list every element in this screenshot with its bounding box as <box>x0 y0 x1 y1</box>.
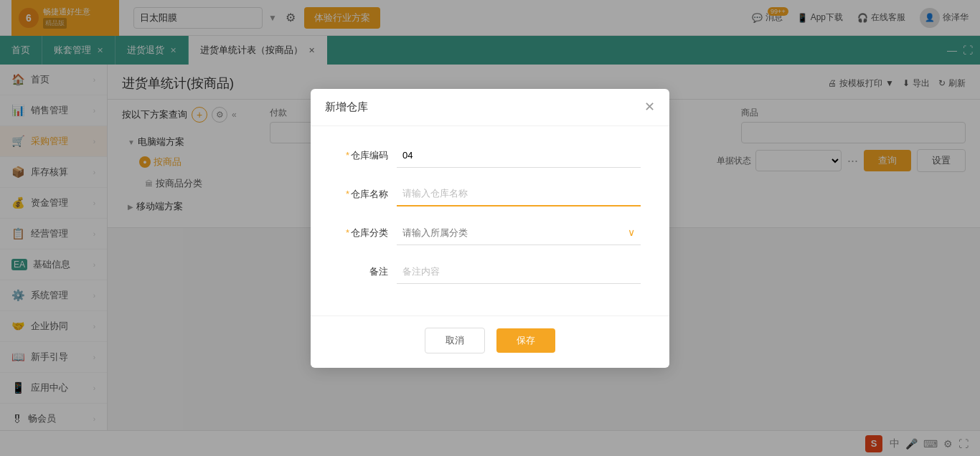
warehouse-note-label: 备注 <box>339 265 397 278</box>
new-warehouse-dialog: 新增仓库 ✕ *仓库编码 *仓库名称 *仓库分类 <box>311 89 669 368</box>
warehouse-category-select-wrap: ∨ <box>397 221 641 245</box>
dialog-footer: 取消 保存 <box>311 315 669 368</box>
warehouse-category-label: *仓库分类 <box>339 227 397 239</box>
save-button[interactable]: 保存 <box>496 328 555 353</box>
warehouse-category-input[interactable] <box>397 220 641 244</box>
required-star-code: * <box>346 150 349 161</box>
dialog-overlay[interactable]: 新增仓库 ✕ *仓库编码 *仓库名称 *仓库分类 <box>0 0 980 456</box>
warehouse-category-row: *仓库分类 ∨ <box>339 221 641 245</box>
dialog-title: 新增仓库 <box>325 100 368 114</box>
warehouse-code-input[interactable] <box>397 143 641 168</box>
warehouse-name-label: *仓库名称 <box>339 188 397 201</box>
cancel-button[interactable]: 取消 <box>425 328 485 353</box>
dialog-header: 新增仓库 ✕ <box>311 89 669 126</box>
warehouse-note-row: 备注 <box>339 260 641 284</box>
dialog-close-button[interactable]: ✕ <box>644 100 655 113</box>
warehouse-note-input[interactable] <box>397 260 641 284</box>
warehouse-code-row: *仓库编码 <box>339 143 641 168</box>
required-star-name: * <box>346 189 349 199</box>
required-star-category: * <box>346 227 349 238</box>
warehouse-name-row: *仓库名称 <box>339 182 641 206</box>
category-dropdown-icon[interactable]: ∨ <box>628 227 635 238</box>
warehouse-name-input[interactable] <box>397 182 641 206</box>
warehouse-code-label: *仓库编码 <box>339 149 397 162</box>
dialog-body: *仓库编码 *仓库名称 *仓库分类 ∨ <box>311 126 669 315</box>
